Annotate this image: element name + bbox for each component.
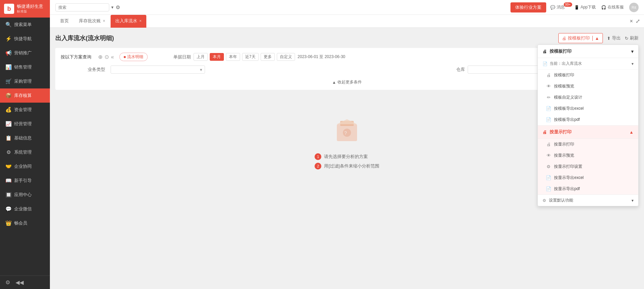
- display-excel-item[interactable]: 📄 按显示导出excel: [538, 172, 638, 183]
- print-template-label: 按模板打印: [568, 35, 590, 41]
- step-1-text: 请先选择要分析的方案: [324, 154, 368, 160]
- user-avatar-area[interactable]: Rit: [629, 3, 639, 12]
- export-btn[interactable]: ⬆ 导出: [607, 35, 621, 41]
- search-input[interactable]: [55, 3, 109, 11]
- sidebar-item-member[interactable]: 👑 畅会员: [0, 216, 50, 230]
- message-badge: 99+: [564, 2, 572, 7]
- template-print-item[interactable]: 🖨 按模板打印: [538, 70, 638, 81]
- app-download-btn[interactable]: 📱 App下载: [574, 4, 596, 10]
- sidebar-logo: b 畅捷通好生意 标准版: [0, 0, 50, 18]
- filter-add-icon[interactable]: ⊕: [98, 54, 103, 60]
- collapse-more-btn[interactable]: ▲ 收起更多条件: [332, 79, 362, 85]
- date-prev-month-btn[interactable]: 上月: [194, 53, 208, 61]
- display-preview-item-icon: 👁: [546, 153, 551, 158]
- sidebar-item-label: 系统管理: [14, 149, 32, 155]
- export-icon: ⬆: [607, 36, 611, 41]
- biz-type-select[interactable]: [111, 65, 205, 74]
- date-filter-area: 单据日期 上月 本月 本年 近7天 更多 自定义 2023-06-01 至 20…: [173, 53, 345, 61]
- display-pdf-item-icon: 📄: [546, 186, 551, 192]
- template-preview-item-label: 按模板预览: [554, 83, 574, 89]
- current-template-sub-header[interactable]: 📄 当前：出入库流水 ▾: [538, 58, 638, 70]
- sidebar-item-label: 快捷导航: [14, 36, 32, 42]
- display-print-section-header[interactable]: 🖨 按显示打印 ▲: [538, 126, 638, 139]
- collapse-sidebar-icon[interactable]: ◀◀: [16, 279, 24, 286]
- svg-text:?: ?: [344, 130, 347, 136]
- sidebar-item-wechat[interactable]: 💬 企业微信: [0, 202, 50, 216]
- close-tab-window-btn[interactable]: ×: [630, 18, 633, 24]
- grid-icon: 🔲: [5, 192, 11, 198]
- display-print-item-label: 按显示打印: [554, 141, 574, 147]
- top-header: ▾ ⚙ 体验行业方案 💬 消息 99+ 📱 App下载 🎧 在线客服 Rit: [50, 0, 644, 15]
- tab-batch[interactable]: 库存批次账 ×: [74, 15, 110, 28]
- industry-btn[interactable]: 体验行业方案: [510, 2, 546, 12]
- sidebar-item-inventory[interactable]: 📦 库存核算: [0, 88, 50, 103]
- filter-by-plan-label: 按以下方案查询: [61, 54, 91, 60]
- filter-actions: ⊕ ⊙ «: [98, 54, 114, 60]
- sidebar-item-label: 应用中心: [14, 192, 32, 198]
- tab-flow[interactable]: 出入库流水 ×: [111, 15, 146, 28]
- refresh-btn[interactable]: ↻ 刷新: [625, 35, 639, 41]
- phone-icon: 📱: [574, 5, 579, 10]
- step-1-num: 1: [315, 153, 321, 160]
- date-cur-year-btn[interactable]: 本年: [226, 53, 240, 61]
- sidebar-item-appcenter[interactable]: 🔲 应用中心: [0, 188, 50, 202]
- filter-collapse-icon[interactable]: «: [111, 54, 114, 60]
- tab-batch-close[interactable]: ×: [103, 19, 105, 23]
- sidebar-item-label: 销售管理: [14, 64, 32, 70]
- template-pdf-item[interactable]: 📄 按模板导出pdf: [538, 114, 638, 125]
- display-excel-item-label: 按显示导出excel: [554, 175, 584, 181]
- online-service-btn[interactable]: 🎧 在线客服: [601, 4, 624, 10]
- sidebar-item-search[interactable]: 🔍 搜索菜单: [0, 18, 50, 32]
- page-title: 出入库流水(流水明细): [55, 34, 114, 42]
- date-custom-btn[interactable]: 自定义: [277, 53, 295, 61]
- template-print-item-label: 按模板打印: [554, 72, 574, 78]
- display-pdf-item[interactable]: 📄 按显示导出pdf: [538, 183, 638, 194]
- empty-steps: 1 请先选择要分析的方案 2 用[过滤]条件来缩小分析范围: [315, 153, 379, 169]
- current-template-icon: 📄: [543, 61, 548, 66]
- refresh-icon: ↻: [625, 36, 628, 41]
- sidebar-item-label: 库存核算: [14, 93, 32, 99]
- user-initial: Rit: [632, 5, 636, 9]
- sidebar-item-marketing[interactable]: 📢 营销推广: [0, 46, 50, 60]
- template-custom-item[interactable]: ✏ 模板自定义设计: [538, 92, 638, 103]
- print-template-btn[interactable]: 🖨 按模板打印 ▲: [558, 33, 603, 43]
- maximize-btn[interactable]: ⤢: [636, 18, 640, 24]
- date-7days-btn[interactable]: 近7天: [242, 53, 259, 61]
- print-dropdown-chevron[interactable]: ▲: [592, 36, 599, 41]
- settings-bottom-icon[interactable]: ⚙: [5, 279, 10, 286]
- sidebar-item-quicknav[interactable]: ⚡ 快捷导航: [0, 32, 50, 46]
- filter-tag-label: 流水明细: [127, 54, 143, 60]
- messages-btn[interactable]: 💬 消息 99+: [550, 4, 569, 10]
- template-print-section-header[interactable]: 🖨 按模板打印 ▾: [538, 45, 638, 58]
- search-dropdown-icon[interactable]: ▾: [111, 5, 114, 10]
- sidebar: b 畅捷通好生意 标准版 🔍 搜索菜单 ⚡ 快捷导航 📢 营销推广 📊 销售管理…: [0, 0, 50, 289]
- display-print-icon: 🖨: [543, 130, 547, 135]
- settings-default-chevron-icon: ▾: [632, 198, 634, 203]
- filter-tag-item[interactable]: 流水明细: [119, 53, 148, 61]
- default-settings-section[interactable]: ⚙ 设置默认功能 ▾: [538, 194, 638, 206]
- sidebar-item-purchase[interactable]: 🛒 采购管理: [0, 74, 50, 88]
- message-icon: 💬: [550, 5, 555, 10]
- sidebar-item-system[interactable]: ⚙ 系统管理: [0, 145, 50, 159]
- sidebar-item-sales[interactable]: 📊 销售管理: [0, 60, 50, 74]
- display-print-item-icon: 🖨: [546, 142, 551, 147]
- sidebar-item-operation[interactable]: 📈 经营管理: [0, 117, 50, 131]
- tab-home[interactable]: 首页: [55, 15, 74, 28]
- refresh-label: 刷新: [630, 35, 639, 41]
- sidebar-item-finance[interactable]: 💰 资金管理: [0, 103, 50, 117]
- date-cur-month-btn[interactable]: 本月: [210, 53, 224, 61]
- display-settings-item[interactable]: ⚙ 按显示打印设置: [538, 161, 638, 172]
- template-excel-item[interactable]: 📄 按模板导出excel: [538, 103, 638, 114]
- tab-flow-close[interactable]: ×: [139, 19, 142, 23]
- sidebar-item-label: 搜索菜单: [14, 22, 32, 28]
- template-preview-item[interactable]: 👁 按模板预览: [538, 81, 638, 92]
- date-more-btn[interactable]: 更多: [261, 53, 275, 61]
- settings-header-icon[interactable]: ⚙: [116, 4, 120, 10]
- page-content: 出入库流水(流水明细) 🖨 按模板打印 ▲ ⬆ 导出 ↻ 刷新: [50, 28, 644, 289]
- display-print-item[interactable]: 🖨 按显示打印: [538, 139, 638, 150]
- sidebar-item-guide[interactable]: 📖 新手引导: [0, 174, 50, 188]
- sidebar-item-collab[interactable]: 🤝 企业协同: [0, 159, 50, 174]
- filter-gear-icon[interactable]: ⊙: [105, 54, 109, 60]
- sidebar-item-basic[interactable]: 📋 基础信息: [0, 131, 50, 145]
- display-preview-item[interactable]: 👁 按显示预览: [538, 150, 638, 161]
